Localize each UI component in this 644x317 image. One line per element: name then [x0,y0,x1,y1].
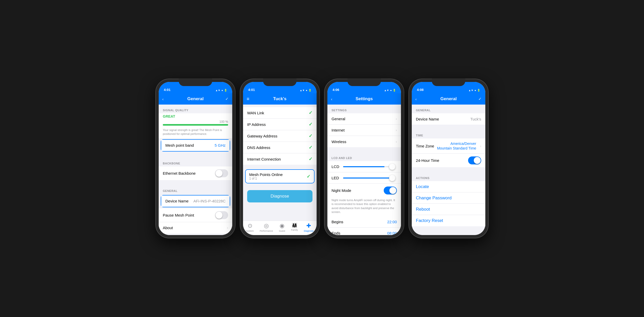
ends-row[interactable]: Ends 08:00 [327,228,401,235]
mesh-online-label: Mesh Points Online [249,172,283,177]
begins-row[interactable]: Begins 22:00 [327,216,401,228]
tab-system[interactable]: ⊙ System [246,222,254,232]
phone-4: 4:08 ▲▼ ● 🔋 ‹ General ✓ GENERAL Device [409,79,488,238]
led-slider-row-3[interactable]: LED [327,172,401,184]
about-row[interactable]: About › [159,222,232,234]
mesh-band-row[interactable]: Mesh point band 5 GHz [161,140,230,151]
nav-title-4: General [440,96,457,101]
progress-container: 100 % [159,119,232,128]
hour24-knob [474,157,481,164]
general-chevron-3: › [396,117,397,121]
ip-address-row[interactable]: IP Address ✓ [243,119,317,130]
settings-group: General › Internet › Wireless › [327,113,401,147]
internet-connection-label: Internet Connection [247,157,281,161]
device-name-row[interactable]: Device Name AFi-INS-P-40228C [161,195,230,207]
diagnose-button[interactable]: Diagnose [247,190,312,202]
network-check-group: WAN Link ✓ IP Address ✓ Gateway Address … [243,107,317,165]
factory-reset-row[interactable]: Factory Reset [412,215,485,226]
mesh-online-sub: 1 of 1 [249,177,283,180]
gateway-address-row[interactable]: Gateway Address ✓ [243,130,317,142]
back-button-4[interactable]: ‹ [415,97,417,101]
gap-top-2 [243,105,317,107]
ethernet-toggle[interactable] [215,169,228,177]
menu-button-2[interactable]: ≡ [247,96,249,102]
status-time-3: 4:06 [333,88,339,92]
led-track-3 [343,178,395,179]
family-icon: 👨‍👩‍👧 [292,222,297,228]
change-password-row[interactable]: Change Password [412,192,485,204]
content-2: WAN Link ✓ IP Address ✓ Gateway Address … [243,105,317,221]
status-time-2: 4:01 [248,88,255,92]
tab-family-label: Family [291,229,298,231]
tz-line1: America/Denver [437,141,476,146]
signal-bars-1: ▲▼ [215,89,220,92]
pause-mesh-row[interactable]: Pause Mesh Point [159,208,232,222]
nav-action-1[interactable]: ✓ [225,97,229,101]
wan-link-row[interactable]: WAN Link ✓ [243,107,317,119]
wifi-icon-1: ● [221,89,223,92]
phone-2: 4:01 ▲▼ ● 🔋 ≡ Tuck's WAN Link ✓ [240,79,320,238]
night-mode-row-3[interactable]: Night Mode [327,184,401,197]
wifi-icon-4: ● [475,89,476,92]
internet-row-3[interactable]: Internet › [327,125,401,136]
ends-value: 08:00 [387,231,397,235]
back-button-3[interactable]: ‹ [331,97,332,101]
content-3: SETTINGS General › Internet › Wireless › [327,105,401,235]
general-group-1: Pause Mesh Point About › [159,208,232,234]
change-password-label: Change Password [416,195,452,201]
content-1: SIGNAL QUALITY GREAT 100 % Your signal s… [159,105,232,235]
pause-toggle[interactable] [215,211,228,219]
nav-bar-4: ‹ General ✓ [412,93,485,105]
wifi-icon-3: ● [390,89,392,92]
tab-performance[interactable]: ◎ Performance [260,222,273,232]
led-thumb-3[interactable] [389,175,395,181]
night-mode-toggle-3[interactable] [384,187,397,194]
time-zone-label: Time Zone [416,144,434,148]
night-mode-label-3: Night Mode [332,188,351,193]
tab-bar-2: ⊙ System ◎ Performance ◉ Guest 👨‍👩‍👧 Fam… [243,221,317,235]
mesh-online-check: ✓ [307,174,310,179]
progress-bar-track [163,124,228,126]
internet-connection-check: ✓ [309,156,312,162]
backbone-group: Ethernet Backbone [159,166,232,180]
locate-row[interactable]: Locate [412,181,485,192]
content-4: GENERAL Device Name Tuck's TIME Time Zon… [412,105,485,235]
tab-guest[interactable]: ◉ Guest [279,222,285,232]
lcd-slider[interactable] [343,166,397,167]
hour24-row[interactable]: 24-Hour Time [412,154,485,167]
tab-diagnose[interactable]: ✚ Diagnose [304,222,314,232]
time-zone-row[interactable]: Time Zone America/Denver Mountain Standa… [412,138,485,154]
dns-address-check: ✓ [309,145,312,150]
mesh-online-box: Mesh Points Online 1 of 1 ✓ [245,169,315,183]
led-slider-3[interactable] [343,178,397,179]
status-time-4: 4:08 [417,88,424,92]
hour24-toggle[interactable] [468,156,481,164]
battery-icon-3: 🔋 [393,89,396,92]
nav-bar-2: ≡ Tuck's [243,93,317,105]
tab-family[interactable]: 👨‍👩‍👧 Family [291,222,298,231]
led-fill-3 [343,178,390,179]
notch-2 [263,79,297,86]
general-row-3[interactable]: General › [327,113,401,125]
dns-address-row[interactable]: DNS Address ✓ [243,142,317,153]
about-chevron: › [227,226,228,230]
nav-action-4[interactable]: ✓ [478,97,482,101]
gap-2 [159,180,232,185]
progress-label: 100 % [163,120,228,124]
nav-bar-1: ‹ General ✓ [159,93,232,105]
internet-connection-row[interactable]: Internet Connection ✓ [243,153,317,165]
signal-bars-4: ▲▼ [468,89,473,92]
pause-toggle-knob [216,212,222,219]
begins-value: 22:00 [387,220,397,224]
chevron-back-icon-1: ‹ [162,97,164,101]
back-button-1[interactable]: ‹ [162,97,164,101]
device-name-row-4[interactable]: Device Name Tuck's [412,113,485,125]
lcd-slider-row[interactable]: LCD [327,161,401,172]
time-section-4: TIME [412,130,485,138]
ends-label: Ends [332,231,340,235]
reboot-row[interactable]: Reboot [412,204,485,215]
lcd-thumb[interactable] [389,164,395,170]
wireless-row-3[interactable]: Wireless › [327,136,401,147]
ethernet-backbone-label: Ethernet Backbone [163,171,196,175]
ethernet-backbone-row[interactable]: Ethernet Backbone [159,166,232,180]
